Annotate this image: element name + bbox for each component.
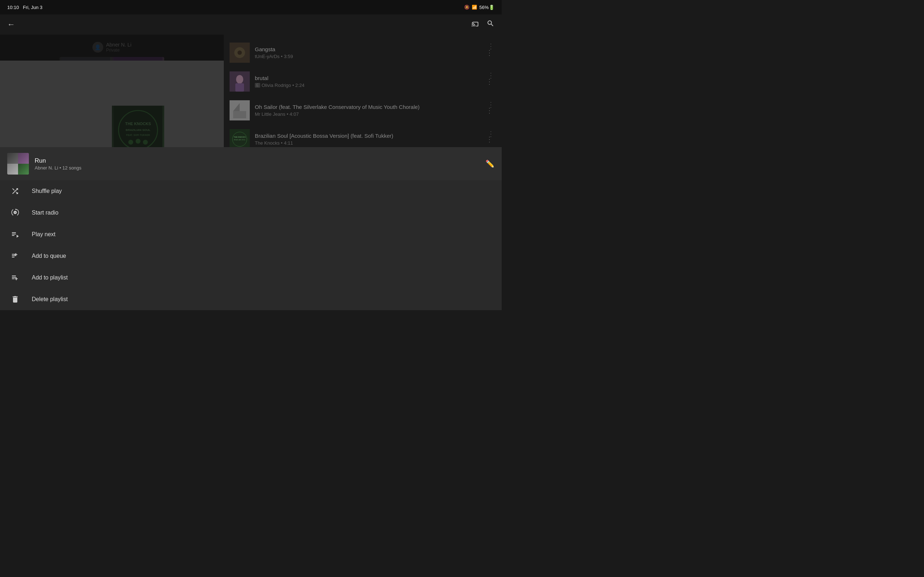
song-thumb-oh-sailor [229,100,250,121]
overlay-playlist-meta: Abner N. Li • 12 songs [35,165,480,171]
overlay-playlist-name: Run [35,157,480,164]
delete-playlist-label: Delete playlist [32,296,68,303]
explicit-badge-brutal: E [255,83,260,88]
far-more-3[interactable]: ⋮ [487,100,494,109]
svg-text:BRAZILIAN SOUL: BRAZILIAN SOUL [234,139,246,141]
song-artist-brazilian-soul: The Knocks • 4:11 [255,140,478,146]
main-content: 👤 Abner N. Li Private [0,35,502,310]
menu-item-add-queue[interactable]: Add to queue [0,245,502,267]
svg-text:THE KNOCKS: THE KNOCKS [234,136,246,138]
search-icon[interactable] [486,19,494,29]
svg-rect-30 [235,83,244,92]
overlay-playlist-thumb [7,153,29,174]
song-title-oh-sailor: Oh Sailor (feat. The Silverlake Conserva… [255,104,478,110]
song-info-gangsta: Gangsta tUnE-yArDs • 3:59 [255,46,478,59]
add-queue-icon [9,252,22,260]
menu-item-shuffle[interactable]: Shuffle play [0,180,502,202]
overlay-playlist-row: Run Abner N. Li • 12 songs ✏️ [0,147,502,180]
song-info-brazilian-soul: Brazilian Soul [Acoustic Bossa Version] … [255,133,478,146]
menu-item-add-playlist[interactable]: Add to playlist [0,267,502,288]
svg-point-27 [237,50,242,55]
delete-icon [9,295,22,304]
song-title-brutal: brutal [255,75,478,81]
song-artist-gangsta: tUnE-yArDs • 3:59 [255,54,478,59]
song-title-brazilian-soul: Brazilian Soul [Acoustic Bossa Version] … [255,133,478,139]
song-thumb-brazilian-soul: THE KNOCKS BRAZILIAN SOUL [229,129,250,149]
add-playlist-icon [9,273,22,282]
add-playlist-label: Add to playlist [32,274,68,281]
song-info-oh-sailor: Oh Sailor (feat. The Silverlake Conserva… [255,104,478,117]
shuffle-label: Shuffle play [32,188,62,194]
play-next-icon [9,230,22,239]
far-more-1[interactable]: ⋮ [487,42,494,50]
song-thumb-brutal [229,71,250,92]
radio-label: Start radio [32,210,58,216]
menu-item-radio[interactable]: Start radio [0,202,502,224]
mute-icon: 🔕 [464,5,470,10]
far-more-2[interactable]: ⋮ [487,71,494,80]
shuffle-icon [9,187,22,195]
song-artist-oh-sailor: Mr Little Jeans • 4:07 [255,111,478,117]
menu-item-play-next[interactable]: Play next [0,224,502,245]
battery-icon: 56%🔋 [479,5,494,10]
overlay-playlist-info: Run Abner N. Li • 12 songs [35,157,480,171]
status-bar: 10:10 Fri, Jun 3 🔕 📶 56%🔋 [0,0,502,15]
cast-icon[interactable] [472,19,479,29]
song-item-gangsta[interactable]: Gangsta tUnE-yArDs • 3:59 ⋮ [224,38,502,67]
add-queue-label: Add to queue [32,253,66,259]
song-info-brutal: brutal E Olivia Rodrigo • 2:24 [255,75,478,88]
top-icons [472,19,494,29]
song-thumb-gangsta [229,43,250,63]
radio-icon [9,208,22,217]
song-item-oh-sailor[interactable]: Oh Sailor (feat. The Silverlake Conserva… [224,96,502,125]
time: 10:10 [7,5,19,10]
menu-item-delete-playlist[interactable]: Delete playlist [0,288,502,310]
song-artist-brutal: E Olivia Rodrigo • 2:24 [255,82,478,88]
svg-point-29 [236,75,243,84]
back-button[interactable]: ← [7,20,15,29]
play-next-label: Play next [32,231,56,238]
overlay-thumb-cell-2 [18,153,29,164]
wifi-icon: 📶 [472,5,477,10]
song-item-brutal[interactable]: brutal E Olivia Rodrigo • 2:24 ⋮ [224,67,502,96]
far-more-4[interactable]: ⋮ [487,129,494,138]
overlay-thumb-cell-4 [18,164,29,174]
date: Fri, Jun 3 [23,5,42,10]
overlay-thumb-cell-3 [7,164,18,174]
status-time-date: 10:10 Fri, Jun 3 [7,5,43,10]
top-bar: ← [0,15,502,35]
context-menu-overlay: Run Abner N. Li • 12 songs ✏️ Shuffle pl… [0,147,502,310]
edit-playlist-button[interactable]: ✏️ [485,160,494,168]
song-title-gangsta: Gangsta [255,46,478,52]
status-icons: 🔕 📶 56%🔋 [464,5,494,10]
svg-rect-32 [233,111,246,118]
overlay-thumb-cell-1 [7,153,18,164]
